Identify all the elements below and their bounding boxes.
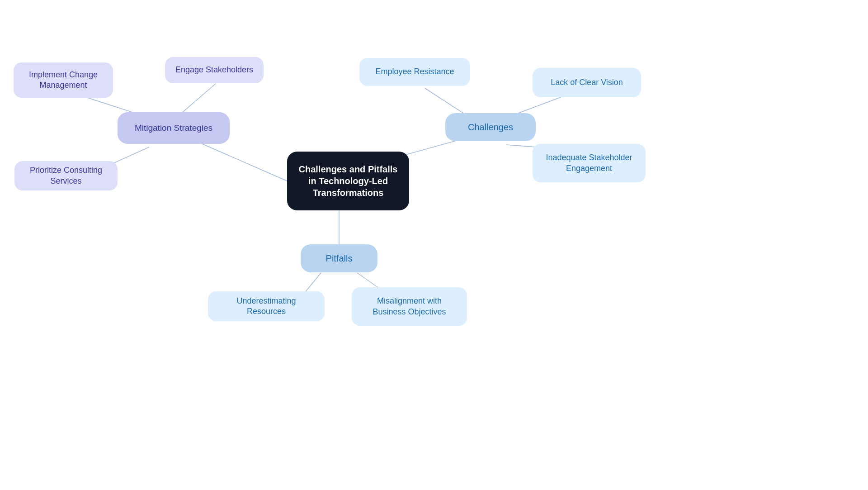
inadequate-stakeholder-node: Inadequate Stakeholder Engagement [533,144,646,182]
pitfalls-label: Pitfalls [326,252,353,264]
center-label: Challenges and Pitfalls in Technology-Le… [294,163,402,199]
implement-change-label: Implement Change Management [20,70,107,91]
challenges-label: Challenges [468,121,513,133]
engage-stakeholders-node: Engage Stakeholders [165,57,264,83]
prioritize-consulting-label: Prioritize Consulting Services [23,165,109,186]
underestimating-label: Underestimating Resources [216,296,316,317]
pitfalls-node: Pitfalls [301,244,377,272]
mitigation-label: Mitigation Strategies [135,123,212,134]
employee-resistance-label: Employee Resistance [375,67,454,77]
lack-of-vision-label: Lack of Clear Vision [551,77,623,88]
misalignment-node: Misalignment with Business Objectives [352,287,467,326]
misalignment-label: Misalignment with Business Objectives [360,296,459,317]
engage-stakeholders-label: Engage Stakeholders [175,65,253,75]
mitigation-strategies-node: Mitigation Strategies [118,112,230,144]
inadequate-stakeholder-label: Inadequate Stakeholder Engagement [541,152,637,174]
prioritize-consulting-node: Prioritize Consulting Services [14,161,118,190]
underestimating-resources-node: Underestimating Resources [208,291,325,321]
lack-of-vision-node: Lack of Clear Vision [533,68,641,97]
employee-resistance-node: Employee Resistance [359,58,470,86]
challenges-node: Challenges [445,113,536,141]
center-node: Challenges and Pitfalls in Technology-Le… [287,152,409,210]
implement-change-node: Implement Change Management [14,62,113,98]
